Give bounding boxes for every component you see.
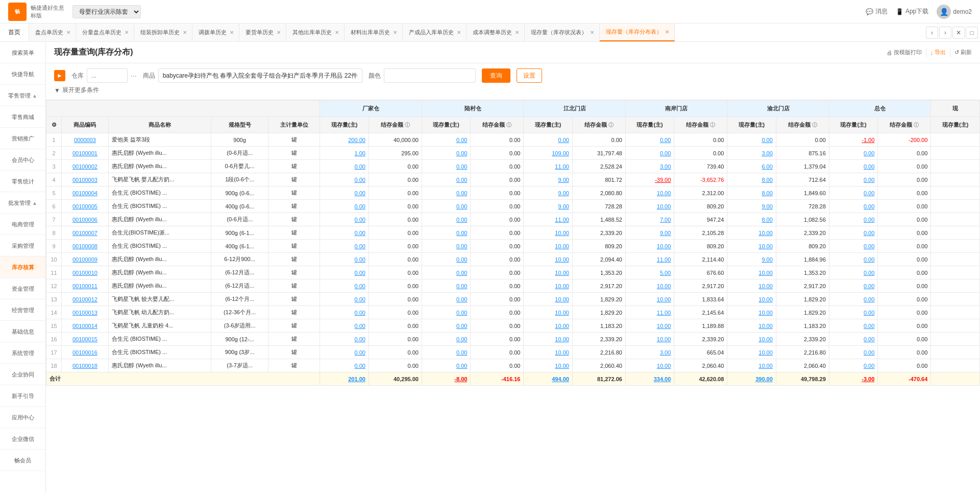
row-nanan-qty[interactable]: 0.00 [625, 133, 674, 147]
row-code[interactable]: 00100008 [62, 240, 109, 253]
row-yubei-qty[interactable]: 3.00 [727, 147, 776, 160]
sidebar-item-16[interactable]: 新手引导 [0, 385, 45, 407]
row-nanan-qty[interactable]: 10.00 [625, 359, 674, 372]
tab-item-7[interactable]: 材料出库单历史✕ [345, 24, 403, 41]
row-lucun-qty[interactable]: 0.00 [422, 186, 470, 200]
sidebar-item-1[interactable]: 快捷导航 [0, 63, 45, 85]
row-yubei-qty[interactable]: 10.00 [727, 226, 776, 240]
summary-lucun-qty[interactable]: -8.00 [422, 372, 470, 386]
row-code[interactable]: 00100015 [62, 333, 109, 346]
sidebar-item-8[interactable]: 电商管理 [0, 214, 45, 235]
row-jiangbei-qty[interactable]: 10.00 [524, 293, 572, 306]
color-input[interactable] [384, 68, 476, 83]
row-lucun-qty[interactable]: 0.00 [422, 333, 470, 346]
row-code[interactable]: 00100013 [62, 306, 109, 319]
row-lucun-qty[interactable]: 0.00 [422, 266, 470, 279]
row-jiangbei-qty[interactable]: 109.00 [524, 147, 572, 160]
sidebar-item-5[interactable]: 会员中心 [0, 149, 45, 171]
warehouse-input[interactable] [87, 68, 128, 83]
row-jiangbei-qty[interactable]: 11.00 [524, 160, 572, 173]
tab-item-9[interactable]: 成本调整单历史✕ [467, 24, 525, 41]
row-total-qty[interactable]: 0.00 [829, 346, 877, 359]
summary-total-qty[interactable]: -3.00 [829, 372, 877, 386]
row-lucun-qty[interactable]: 0.00 [422, 240, 470, 253]
tab-close-icon[interactable]: ✕ [125, 30, 129, 35]
row-jiangbei-qty[interactable]: 10.00 [524, 253, 572, 266]
row-lucun-qty[interactable]: 0.00 [422, 346, 470, 359]
tab-item-2[interactable]: 分量盘点单历史✕ [76, 24, 134, 41]
row-factory-qty[interactable]: 200.00 [320, 133, 369, 147]
row-yubei-qty[interactable]: 6.00 [727, 160, 776, 173]
tabs-prev-btn[interactable]: ‹ [926, 27, 938, 39]
nav-dropdown[interactable]: 母婴行业演示陈套 [72, 5, 141, 18]
tab-item-5[interactable]: 要货单历史✕ [239, 24, 286, 41]
summary-factory-qty[interactable]: 201.00 [320, 372, 369, 386]
row-factory-qty[interactable]: 0.00 [320, 346, 369, 359]
row-factory-qty[interactable]: 0.00 [320, 253, 369, 266]
tab-item-6[interactable]: 其他出库单历史✕ [286, 24, 345, 41]
row-lucun-qty[interactable]: 0.00 [422, 160, 470, 173]
row-factory-qty[interactable]: 0.00 [320, 240, 369, 253]
row-jiangbei-qty[interactable]: 10.00 [524, 319, 572, 333]
row-yubei-qty[interactable]: 10.00 [727, 293, 776, 306]
row-total-qty[interactable]: 0.00 [829, 147, 877, 160]
row-yubei-qty[interactable]: 10.00 [727, 333, 776, 346]
row-lucun-qty[interactable]: 0.00 [422, 200, 470, 213]
tab-close-icon[interactable]: ✕ [277, 30, 281, 35]
sidebar-item-4[interactable]: 营销推广 [0, 128, 45, 149]
row-yubei-qty[interactable]: 0.00 [727, 133, 776, 147]
row-total-qty[interactable]: 0.00 [829, 319, 877, 333]
row-nanan-qty[interactable]: 10.00 [625, 293, 674, 306]
tab-close-icon[interactable]: ✕ [335, 30, 339, 35]
row-total-qty[interactable]: 0.00 [829, 240, 877, 253]
sidebar-item-17[interactable]: 应用中心 [0, 407, 45, 428]
row-nanan-qty[interactable]: 3.00 [625, 346, 674, 359]
tab-item-3[interactable]: 组装拆卸单历史✕ [134, 24, 192, 41]
row-total-qty[interactable]: 0.00 [829, 200, 877, 213]
row-lucun-qty[interactable]: 0.00 [422, 133, 470, 147]
row-lucun-qty[interactable]: 0.00 [422, 147, 470, 160]
tab-item-4[interactable]: 调拨单历史✕ [192, 24, 239, 41]
row-yubei-qty[interactable]: 9.00 [727, 200, 776, 213]
row-jiangbei-qty[interactable]: 11.00 [524, 213, 572, 226]
row-lucun-qty[interactable]: 0.00 [422, 293, 470, 306]
th-gear[interactable]: ⚙ [46, 117, 62, 133]
row-jiangbei-qty[interactable]: 10.00 [524, 279, 572, 293]
row-lucun-qty[interactable]: 0.00 [422, 173, 470, 186]
tabs-close-btn[interactable]: ✕ [952, 27, 965, 39]
row-yubei-qty[interactable]: 10.00 [727, 240, 776, 253]
sidebar-item-15[interactable]: 企业协同 [0, 364, 45, 385]
row-total-qty[interactable]: 0.00 [829, 333, 877, 346]
row-factory-qty[interactable]: 0.00 [320, 213, 369, 226]
tab-close-icon[interactable]: ✕ [183, 30, 187, 35]
row-jiangbei-qty[interactable]: 10.00 [524, 359, 572, 372]
row-nanan-qty[interactable]: -39.00 [625, 173, 674, 186]
row-code[interactable]: 00100002 [62, 160, 109, 173]
row-lucun-qty[interactable]: 0.00 [422, 226, 470, 240]
sidebar-item-6[interactable]: 零售统计 [0, 171, 45, 192]
row-jiangbei-qty[interactable]: 9.00 [524, 200, 572, 213]
row-factory-qty[interactable]: 0.00 [320, 226, 369, 240]
row-factory-qty[interactable]: 0.00 [320, 160, 369, 173]
print-btn[interactable]: 🖨 按模版打印 [887, 49, 922, 56]
row-jiangbei-qty[interactable]: 0.00 [524, 133, 572, 147]
row-factory-qty[interactable]: 0.00 [320, 279, 369, 293]
row-lucun-qty[interactable]: 0.00 [422, 359, 470, 372]
setting-btn[interactable]: 设置 [517, 68, 542, 83]
tab-close-icon[interactable]: ✕ [230, 30, 234, 35]
sidebar-item-0[interactable]: 搜索英单 [0, 42, 45, 63]
row-nanan-qty[interactable]: 10.00 [625, 200, 674, 213]
row-yubei-qty[interactable]: 10.00 [727, 346, 776, 359]
row-factory-qty[interactable]: 0.00 [320, 186, 369, 200]
sidebar-item-19[interactable]: 畅会员 [0, 450, 45, 471]
row-code[interactable]: 00100016 [62, 346, 109, 359]
row-factory-qty[interactable]: 0.00 [320, 200, 369, 213]
tab-item-1[interactable]: 盘点单历史✕ [29, 24, 76, 41]
tab-home[interactable]: 首页 [0, 24, 29, 41]
row-code[interactable]: 00100005 [62, 200, 109, 213]
row-jiangbei-qty[interactable]: 10.00 [524, 240, 572, 253]
row-code[interactable]: 00100014 [62, 319, 109, 333]
row-lucun-qty[interactable]: 0.00 [422, 253, 470, 266]
row-jiangbei-qty[interactable]: 9.00 [524, 173, 572, 186]
sidebar-item-3[interactable]: 零售商城 [0, 106, 45, 128]
